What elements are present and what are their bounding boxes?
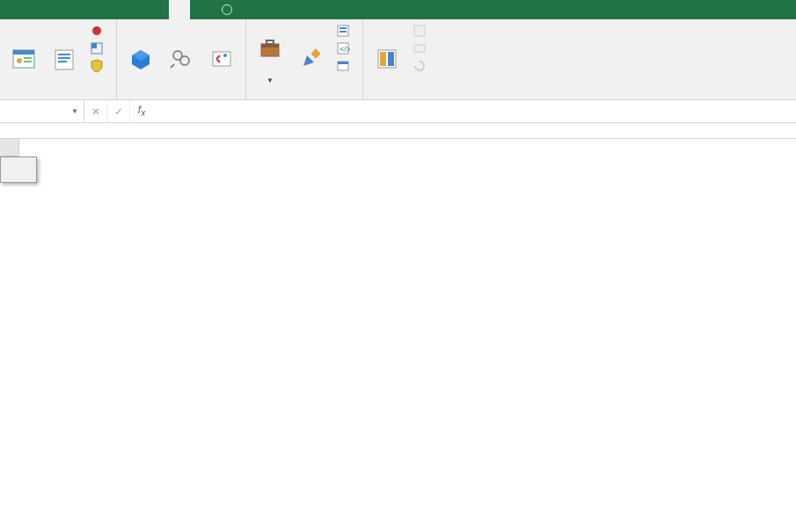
group-xml (363, 19, 439, 99)
cancel-formula-button[interactable]: ✕ (84, 100, 107, 122)
expansion-packs-button[interactable] (409, 40, 434, 56)
excel-addins-button[interactable] (163, 23, 200, 96)
group-code (0, 19, 117, 99)
expansion-icon (413, 41, 427, 55)
tab-data[interactable] (106, 0, 127, 19)
svg-rect-8 (58, 61, 67, 62)
tell-me-search[interactable] (211, 0, 796, 19)
addins-icon (127, 45, 155, 73)
tab-powerpivot[interactable] (190, 0, 211, 19)
spreadsheet-grid[interactable] (0, 139, 796, 157)
bulb-icon (222, 4, 232, 15)
svg-rect-30 (414, 26, 425, 36)
spacer (0, 123, 796, 139)
formula-bar-row: ▼ ✕ ✓ fx (0, 100, 796, 123)
svg-rect-29 (388, 52, 394, 66)
macros-icon (50, 45, 78, 73)
group-addins (117, 19, 246, 99)
group-addins-label (122, 96, 240, 98)
macros-button[interactable] (46, 23, 83, 96)
tab-home[interactable] (21, 0, 42, 19)
com-addins-icon (208, 45, 236, 73)
addins-button[interactable] (122, 23, 159, 96)
excel-addins-icon (167, 45, 195, 73)
dialog-icon (336, 59, 350, 73)
macro-security-button[interactable] (86, 58, 111, 74)
refresh-data-button[interactable] (409, 58, 434, 74)
tab-insert[interactable] (42, 0, 63, 19)
svg-rect-11 (91, 43, 97, 48)
code-icon: </> (336, 41, 350, 55)
map-properties-button[interactable] (409, 23, 434, 39)
visual-basic-icon (10, 45, 38, 73)
svg-rect-28 (380, 52, 386, 66)
group-controls-label (252, 96, 357, 98)
relative-refs-icon (90, 41, 104, 55)
svg-rect-6 (58, 54, 70, 55)
svg-point-9 (92, 26, 101, 35)
tab-review[interactable] (127, 0, 148, 19)
group-controls: ▼ </> (246, 19, 363, 99)
map-properties-icon (413, 24, 427, 38)
svg-rect-4 (24, 61, 32, 62)
refresh-icon (413, 59, 427, 73)
properties-icon (336, 24, 350, 38)
design-mode-icon (296, 45, 325, 73)
ribbon-tabs (0, 0, 796, 19)
svg-rect-5 (55, 50, 73, 69)
design-mode-button[interactable] (292, 23, 329, 96)
shield-icon (90, 59, 104, 73)
relative-refs-button[interactable] (86, 40, 111, 56)
svg-rect-14 (213, 52, 230, 66)
svg-rect-26 (338, 62, 348, 64)
tab-developer[interactable] (169, 0, 190, 19)
tab-page-layout[interactable] (63, 0, 84, 19)
formula-input[interactable] (153, 106, 796, 118)
visual-basic-button[interactable] (5, 23, 42, 96)
macro-button-elimina-tildes[interactable] (0, 157, 37, 183)
chevron-down-icon: ▼ (267, 77, 274, 84)
ribbon: ▼ </> (0, 19, 796, 100)
com-addins-button[interactable] (203, 23, 240, 96)
source-button[interactable] (369, 23, 405, 96)
tab-file[interactable] (0, 0, 21, 19)
view-code-button[interactable]: </> (332, 40, 357, 56)
tab-formulas[interactable] (84, 0, 106, 19)
toolbox-icon (256, 33, 284, 62)
svg-rect-19 (310, 48, 320, 58)
record-macro-button[interactable] (86, 23, 111, 39)
source-icon (373, 45, 401, 73)
chevron-down-icon: ▼ (71, 107, 78, 115)
svg-rect-31 (414, 45, 425, 52)
svg-rect-18 (267, 40, 274, 44)
svg-rect-22 (340, 31, 347, 33)
svg-rect-1 (13, 50, 34, 55)
run-dialog-button[interactable] (332, 58, 357, 74)
svg-text:</>: </> (340, 45, 350, 54)
insert-control-button[interactable]: ▼ (252, 23, 288, 96)
tab-view[interactable] (148, 0, 169, 19)
group-code-label (5, 96, 111, 98)
svg-rect-3 (24, 57, 32, 59)
svg-rect-21 (340, 27, 347, 29)
svg-point-2 (17, 58, 22, 63)
properties-button[interactable] (332, 23, 357, 39)
record-icon (90, 24, 104, 38)
svg-rect-7 (58, 57, 70, 59)
svg-point-13 (180, 56, 189, 65)
fx-icon[interactable]: fx (130, 104, 153, 118)
accept-formula-button[interactable]: ✓ (107, 100, 130, 122)
svg-point-15 (223, 54, 227, 57)
name-box[interactable]: ▼ (0, 100, 84, 122)
select-all-corner[interactable] (0, 139, 19, 157)
insert-control-label: ▼ (267, 63, 274, 85)
